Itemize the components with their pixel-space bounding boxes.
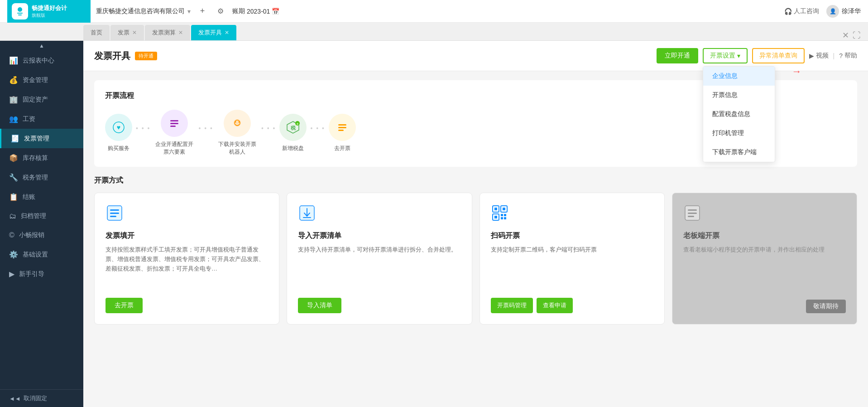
scan-buttons: 开票码管理 查看申请 [491, 298, 653, 313]
company-dropdown-icon: ▾ [187, 8, 191, 15]
fixed-assets-icon: 🏢 [9, 95, 18, 104]
step5-label: 去开票 [334, 145, 350, 152]
svg-rect-6 [170, 123, 178, 124]
dropdown-item-company[interactable]: 企业信息 [703, 67, 775, 86]
settings-dropdown-container: 开票设置 ▾ → 企业信息 开票信息 配置税盘信息 打印机管理 下载开票客户端 [703, 48, 748, 63]
import-list-button[interactable]: 导入清单 [298, 298, 341, 313]
svg-rect-5 [170, 120, 178, 121]
boss-title: 老板端开票 [683, 231, 846, 241]
flow-connector-4: • • • [307, 125, 328, 132]
sidebar-item-cloud-report[interactable]: 📊 云报表中心 [0, 51, 83, 70]
play-icon: ▶ [809, 52, 814, 59]
calendar-icon[interactable]: 📅 [272, 8, 279, 15]
logo-icon [12, 3, 28, 19]
tab-calc-close[interactable]: ✕ [178, 29, 183, 36]
view-apply-button[interactable]: 查看申请 [537, 298, 573, 313]
status-badge: 待开通 [135, 52, 157, 60]
step5-icon [329, 114, 356, 141]
dropdown-item-tax-config[interactable]: 配置税盘信息 [703, 105, 775, 124]
step1-icon: ♥ [105, 114, 132, 141]
fill-desc: 支持按照发票样式手工填开发票；可开具增值税电子普通发票、增值税普通发票、增值税专… [106, 245, 268, 291]
logo-title: 畅捷通好会计 [32, 4, 67, 12]
boss-icon [683, 204, 846, 226]
step4-label: 新增税盘 [282, 145, 304, 152]
flow-step-4: 税 + 新增税盘 [279, 114, 307, 152]
method-card-boss: 老板端开票 查看老板端小程序提交的开票申请，并作出相应的处理 敬请期待 [672, 193, 857, 325]
sidebar-item-archive[interactable]: 🗂 归档管理 [0, 207, 83, 226]
unpin-button[interactable]: ◄◄ 取消固定 [0, 389, 83, 407]
method-card-import: 导入开票清单 支持导入待开票清单，可对待开票清单进行拆分、合并处理。 导入清单 [287, 193, 472, 325]
invoice-settings-button[interactable]: 开票设置 ▾ [703, 48, 748, 63]
dropdown-item-invoice-info[interactable]: 开票信息 [703, 86, 775, 105]
svg-rect-37 [688, 216, 694, 217]
sidebar-item-settings[interactable]: ⚙️ 基础设置 [0, 245, 83, 264]
flow-connector-1: • • • [132, 125, 154, 132]
open-now-button[interactable]: 立即开通 [657, 48, 698, 63]
company-name: 重庆畅捷交通信息咨询有限公司 [96, 7, 185, 15]
tab-calc[interactable]: 发票测算 ✕ [145, 25, 190, 40]
sidebar-scroll-up[interactable]: ▲ [0, 41, 83, 51]
add-tab-button[interactable]: + [196, 5, 209, 18]
import-title: 导入开票清单 [298, 231, 460, 241]
import-desc: 支持导入待开票清单，可对待开票清单进行拆分、合并处理。 [298, 245, 460, 291]
sidebar-item-fund[interactable]: 💰 资金管理 [0, 70, 83, 90]
scan-title: 扫码开票 [491, 231, 653, 241]
methods-grid: 发票填开 支持按照发票样式手工填开发票；可开具增值税电子普通发票、增值税普通发票… [94, 193, 857, 325]
sidebar-item-invoice[interactable]: 🧾 发票管理 [0, 129, 83, 148]
sidebar-item-fixed-assets[interactable]: 🏢 固定资产 [0, 90, 83, 109]
sidebar-item-payroll[interactable]: 👥 工资 [0, 109, 83, 129]
user-info[interactable]: 👤 徐泽华 [826, 5, 861, 18]
svg-rect-17 [338, 127, 346, 128]
company-selector[interactable]: 重庆畅捷交通信息咨询有限公司 ▾ [96, 7, 191, 15]
step4-icon: 税 + [279, 114, 307, 141]
sidebar-item-xiaochang[interactable]: © 小畅报销 [0, 226, 83, 245]
flow-connector-2: • • • [195, 125, 216, 132]
tab-invoice[interactable]: 发票 ✕ [110, 25, 144, 40]
flow-step-2: 企业开通配置开票六要素 [154, 110, 195, 156]
dropdown-item-printer[interactable]: 打印机管理 [703, 124, 775, 143]
scan-desc: 支持定制开票二维码，客户端可扫码开票 [491, 245, 653, 291]
settlement-icon: 📋 [9, 193, 18, 201]
step1-label: 购买服务 [108, 145, 129, 152]
fill-title: 发票填开 [106, 231, 268, 241]
svg-text:税: 税 [290, 125, 296, 131]
settings-icon[interactable]: ⚙ [214, 5, 227, 18]
anomaly-list-button[interactable]: 异常清单查询 [752, 48, 805, 63]
video-button[interactable]: ▶ 视频 [809, 52, 829, 60]
tab-invoice-close[interactable]: ✕ [132, 29, 137, 36]
tab-expand-button[interactable]: ⛶ [853, 31, 861, 40]
sidebar-item-settlement[interactable]: 📋 结账 [0, 187, 83, 207]
logo-text-area: 畅捷通好会计 旗舰版 [32, 4, 67, 19]
qr-manage-button[interactable]: 开票码管理 [491, 298, 533, 313]
logo-badge: 旗舰版 [32, 12, 67, 19]
dropdown-item-download[interactable]: 下载开票客户端 [703, 143, 775, 162]
sidebar-item-guide[interactable]: ▶ 新手引导 [0, 264, 83, 284]
svg-rect-31 [504, 214, 506, 216]
headset-icon: 🎧 [784, 8, 792, 15]
xiaochang-icon: © [9, 231, 14, 239]
tab-issue[interactable]: 发票开具 ✕ [191, 25, 236, 40]
fund-icon: 💰 [9, 76, 18, 84]
methods-section: 开票方式 发票填开 支持按照发票样式手工填开发票；可开具增值税电子普通发票、增值… [94, 176, 857, 325]
help-button[interactable]: ? 帮助 [839, 52, 857, 60]
svg-rect-21 [110, 213, 119, 214]
archive-icon: 🗂 [9, 212, 16, 220]
tab-home[interactable]: 首页 [83, 25, 110, 40]
svg-point-0 [18, 7, 22, 12]
svg-rect-2 [18, 15, 22, 15]
sidebar-item-inventory[interactable]: 📦 库存核算 [0, 148, 83, 168]
content-header: 发票开具 待开通 立即开通 开票设置 ▾ → [83, 41, 868, 71]
step2-label: 企业开通配置开票六要素 [154, 141, 195, 156]
pin-icon: ◄◄ [9, 395, 21, 402]
tab-close-button[interactable]: ✕ [842, 30, 849, 40]
header-actions: 立即开通 开票设置 ▾ → 企业信息 开票信息 配 [657, 48, 857, 63]
service-button[interactable]: 🎧 人工咨询 [784, 7, 819, 15]
fill-invoice-button[interactable]: 去开票 [106, 298, 143, 313]
tab-issue-close[interactable]: ✕ [225, 29, 229, 36]
flow-step-1: ♥ 购买服务 [105, 114, 132, 152]
svg-text:+: + [297, 122, 299, 126]
boss-overlay-badge: 敬请期待 [806, 300, 846, 313]
sidebar-item-tax[interactable]: 🔧 税务管理 [0, 168, 83, 187]
svg-rect-29 [503, 208, 505, 210]
page-title-area: 发票开具 待开通 [94, 50, 157, 62]
